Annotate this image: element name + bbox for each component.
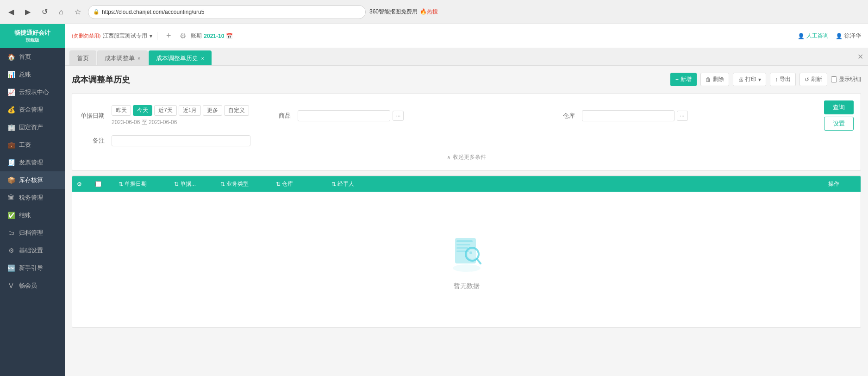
sidebar-vip-icon: V <box>7 282 15 289</box>
svg-rect-2 <box>456 240 473 242</box>
url-text: https://cloud.chanjet.com/accounting/uru… <box>102 9 204 15</box>
collapse-filter-button[interactable]: ∧ 收起更多条件 <box>79 151 854 163</box>
service-button[interactable]: 👤 人工咨询 <box>798 32 829 40</box>
date-7days-btn[interactable]: 近7天 <box>154 105 177 116</box>
tab-cost-adjust-label: 成本调整单 <box>105 54 135 63</box>
sidebar-basic-settings-label: 基础设置 <box>19 246 43 255</box>
forward-button[interactable]: ▶ <box>21 6 34 19</box>
delete-button[interactable]: 🗑 删除 <box>700 73 729 86</box>
svg-point-0 <box>453 264 481 272</box>
settings-col-icon: ⚙ <box>77 181 82 188</box>
refresh-label: 刷新 <box>811 75 822 83</box>
export-button[interactable]: ↑ 导出 <box>770 73 796 86</box>
sidebar-report-center-icon: 📈 <box>7 88 15 96</box>
sidebar-archive-mgmt-icon: 🗂 <box>7 229 15 237</box>
delete-label: 删除 <box>713 75 724 83</box>
date-more-btn[interactable]: 更多 <box>203 105 222 116</box>
date-custom-btn[interactable]: 自定义 <box>224 105 249 116</box>
print-button[interactable]: 🖨 打印 ▾ <box>733 73 766 86</box>
sidebar-item-report-center[interactable]: 📈 云报表中心 <box>0 83 65 101</box>
settings-icon[interactable]: ⚙ <box>180 31 186 40</box>
sidebar-fixed-assets-icon: 🏢 <box>7 124 15 131</box>
filter-settings-button[interactable]: 设置 <box>824 117 854 131</box>
svg-rect-4 <box>456 247 468 249</box>
url-bar[interactable]: 🔒 https://cloud.chanjet.com/accounting/u… <box>88 5 366 19</box>
tab-cost-adjust-history[interactable]: 成本调整单历史 × <box>149 50 211 65</box>
sidebar-home-icon: 🏠 <box>7 53 15 61</box>
top-bar-right: 👤 人工咨询 👤 徐泽华 <box>798 32 861 40</box>
sidebar-inventory-label: 库存核算 <box>19 176 43 184</box>
reload-button[interactable]: ↺ <box>38 6 51 19</box>
goods-filter-input[interactable] <box>298 110 390 121</box>
date-today-btn[interactable]: 今天 <box>133 105 152 116</box>
table-container: ⚙ ⇅ 单据日期 ⇅ 单据... ⇅ 业务类型 <box>72 175 861 328</box>
note-filter-label: 备注 <box>79 137 105 145</box>
sidebar-item-tax-mgmt[interactable]: 🏛 税务管理 <box>0 189 65 207</box>
sidebar-basic-settings-icon: ⚙ <box>7 247 15 254</box>
sidebar-item-archive-mgmt[interactable]: 🗂 归档管理 <box>0 224 65 242</box>
tab-home[interactable]: 首页 <box>69 50 96 65</box>
calendar-icon[interactable]: 📅 <box>226 33 233 39</box>
svg-point-9 <box>469 251 472 254</box>
sidebar-item-vip[interactable]: V 畅会员 <box>0 277 65 295</box>
date-yesterday-btn[interactable]: 昨天 <box>112 105 131 116</box>
sidebar-item-invoice-mgmt[interactable]: 🧾 发票管理 <box>0 154 65 171</box>
refresh-button[interactable]: ↺ 刷新 <box>799 73 827 86</box>
th-operator[interactable]: ⇅ 经手人 <box>327 176 382 192</box>
sidebar-item-fund-mgmt[interactable]: 💰 资金管理 <box>0 101 65 119</box>
sidebar-item-checkout[interactable]: ✅ 结账 <box>0 207 65 224</box>
th-type[interactable]: ⇅ 业务类型 <box>216 176 271 192</box>
tab-close-all[interactable]: ✕ <box>857 52 863 61</box>
th-settings[interactable]: ⚙ <box>72 176 91 192</box>
back-button[interactable]: ◀ <box>5 6 18 19</box>
th-date-sort-icon: ⇅ <box>119 181 123 188</box>
tab-cost-adjust[interactable]: 成本调整单 × <box>97 50 148 65</box>
th-date-label: 单据日期 <box>125 180 147 188</box>
th-date[interactable]: ⇅ 单据日期 <box>114 176 169 192</box>
sidebar-item-home[interactable]: 🏠 首页 <box>0 48 65 66</box>
sidebar-salary-label: 工资 <box>19 141 31 149</box>
secure-icon: 🔒 <box>93 9 100 15</box>
query-button[interactable]: 查询 <box>824 100 854 114</box>
tab-cost-adjust-history-close[interactable]: × <box>201 56 204 61</box>
browser-extra-actions: 360智能抠图免费用 🔥热搜 <box>369 8 438 16</box>
sidebar-item-fixed-assets[interactable]: 🏢 固定资产 <box>0 119 65 136</box>
top-bar: (勿删勿禁用) 江西服宝测试专用 ▾ + ⚙ 账期 2021-10 📅 👤 人工… <box>65 24 868 48</box>
th-actions-label: 操作 <box>828 180 839 188</box>
sidebar-item-salary[interactable]: 💼 工资 <box>0 136 65 154</box>
th-warehouse-sort-icon: ⇅ <box>276 181 281 188</box>
select-all-checkbox[interactable] <box>95 181 101 187</box>
sidebar-item-new-guide[interactable]: 🆕 新手引导 <box>0 259 65 277</box>
sidebar-item-inventory[interactable]: 📦 库存核算 <box>0 171 65 189</box>
date-filter-group: 昨天 今天 近7天 近1月 更多 自定义 2023-06-06 至 2023-0… <box>112 105 249 126</box>
th-checkbox[interactable] <box>91 176 114 192</box>
company-dropdown-icon: ▾ <box>150 33 152 39</box>
goods-more-btn[interactable]: ··· <box>393 111 404 121</box>
show-detail-text: 显示明细 <box>839 75 861 83</box>
company-warning: (勿删勿禁用) <box>72 32 100 39</box>
page-header: 成本调整单历史 + 新增 🗑 删除 🖨 打印 ▾ <box>72 73 861 86</box>
home-button[interactable]: ⌂ <box>55 6 68 19</box>
user-avatar-icon: 👤 <box>836 33 843 39</box>
filter-row-date: 单据日期 昨天 今天 近7天 近1月 更多 自定义 2023-06-06 至 2… <box>79 100 854 131</box>
warehouse-filter-input[interactable] <box>582 110 674 121</box>
export-icon: ↑ <box>775 76 778 83</box>
th-warehouse-label: 仓库 <box>282 180 293 188</box>
new-button[interactable]: + 新增 <box>670 73 697 86</box>
tab-cost-adjust-close[interactable]: × <box>137 56 140 61</box>
add-company-button[interactable]: + <box>162 30 175 43</box>
empty-text: 暂无数据 <box>454 282 480 290</box>
company-selector[interactable]: (勿删勿禁用) 江西服宝测试专用 ▾ <box>72 32 157 40</box>
sidebar-item-basic-settings[interactable]: ⚙ 基础设置 <box>0 242 65 259</box>
note-filter-input[interactable] <box>112 135 250 146</box>
show-detail-checkbox[interactable] <box>831 76 837 82</box>
th-type-label: 业务类型 <box>226 180 249 188</box>
period-value: 2021-10 <box>204 33 224 39</box>
sidebar-item-general-ledger[interactable]: 📊 总账 <box>0 66 65 83</box>
th-warehouse[interactable]: ⇅ 仓库 <box>271 176 327 192</box>
star-button[interactable]: ☆ <box>71 6 84 19</box>
user-menu[interactable]: 👤 徐泽华 <box>836 32 861 40</box>
date-1month-btn[interactable]: 近1月 <box>179 105 201 116</box>
warehouse-more-btn[interactable]: ··· <box>677 111 688 121</box>
th-number[interactable]: ⇅ 单据... <box>169 176 216 192</box>
